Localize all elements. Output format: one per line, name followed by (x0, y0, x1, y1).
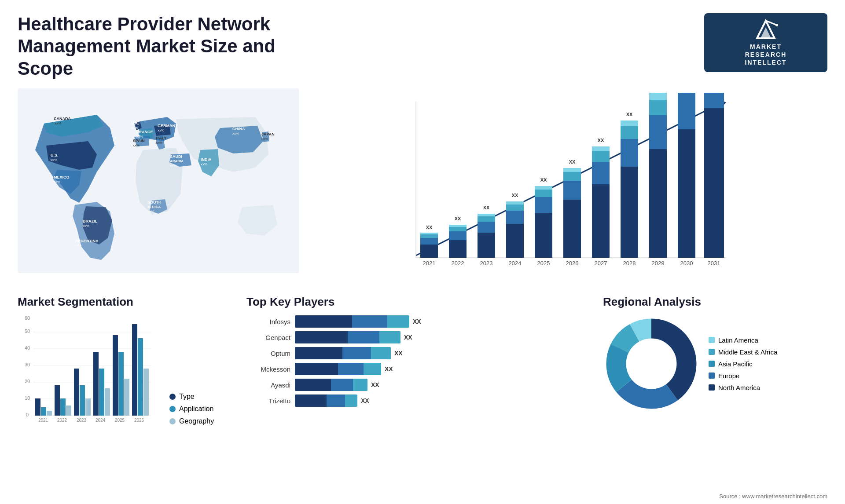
svg-text:2026: 2026 (134, 418, 144, 423)
svg-rect-118 (47, 411, 52, 416)
svg-text:xx%: xx% (201, 162, 207, 166)
bar-seg3 (387, 315, 409, 328)
svg-rect-48 (449, 231, 467, 240)
svg-rect-124 (74, 369, 79, 416)
player-value: XX (371, 381, 379, 388)
svg-text:50: 50 (25, 329, 30, 334)
player-name-mckesson: Mckesson (246, 365, 290, 373)
bar-seg1 (295, 394, 327, 407)
player-bar-optum: XX (295, 347, 581, 359)
page-title: Healthcare Provider Network Management M… (18, 13, 326, 80)
svg-text:XX: XX (426, 225, 433, 230)
svg-rect-49 (449, 227, 467, 231)
player-name-genpact: Genpact (246, 334, 290, 341)
svg-rect-117 (41, 407, 46, 416)
regional-section: Regional Analysis (599, 295, 827, 504)
bar-seg2 (331, 379, 353, 391)
players-chart: Infosys XX Genpact (246, 315, 581, 407)
source-text: Source : www.marketresearchintellect.com (719, 493, 827, 500)
svg-text:2023: 2023 (480, 260, 493, 267)
svg-rect-67 (535, 190, 552, 197)
svg-text:2025: 2025 (537, 260, 550, 267)
asia-pacific-dot (709, 361, 715, 367)
svg-rect-134 (124, 379, 129, 416)
svg-text:U.S.: U.S. (51, 153, 59, 157)
bar-seg3 (353, 379, 367, 391)
svg-rect-62 (506, 201, 524, 205)
svg-text:xx%: xx% (170, 164, 176, 168)
regional-title: Regional Analysis (603, 295, 823, 309)
svg-rect-100 (704, 93, 724, 108)
bar-seg1 (295, 347, 342, 359)
svg-rect-41 (420, 245, 438, 258)
svg-rect-66 (535, 197, 552, 213)
svg-text:U.K.: U.K. (131, 121, 139, 125)
svg-rect-43 (420, 234, 438, 238)
svg-rect-68 (535, 186, 552, 190)
world-map: CANADA xx% U.S. xx% MEXICO xx% BRAZIL xx… (18, 88, 299, 273)
svg-text:ITALY: ITALY (156, 136, 167, 140)
page-container: Healthcare Provider Network Management M… (0, 0, 845, 504)
svg-text:XX: XX (626, 112, 633, 117)
svg-text:xx%: xx% (51, 158, 57, 162)
svg-rect-120 (55, 385, 60, 416)
svg-text:2022: 2022 (57, 418, 67, 423)
svg-text:xx%: xx% (136, 135, 143, 139)
svg-text:2030: 2030 (680, 260, 693, 267)
svg-text:xx%: xx% (54, 180, 60, 184)
legend-europe: Europe (709, 372, 777, 380)
svg-text:10: 10 (25, 395, 30, 401)
svg-text:40: 40 (25, 345, 30, 351)
player-bar-ayasdi: XX (295, 379, 581, 391)
svg-text:xx%: xx% (75, 244, 81, 248)
player-bar-mckesson: XX (295, 363, 581, 375)
segmentation-legend: Type Application Geography (169, 393, 214, 425)
svg-text:XX: XX (540, 177, 547, 183)
player-row-genpact: Genpact XX (246, 331, 581, 343)
player-row-ayasdi: Ayasdi XX (246, 379, 581, 391)
svg-text:SAUDI: SAUDI (170, 154, 182, 159)
svg-text:2023: 2023 (77, 418, 87, 423)
svg-rect-138 (143, 369, 149, 416)
player-value: XX (361, 397, 369, 404)
player-name-ayasdi: Ayasdi (246, 381, 290, 389)
key-players-section: Top Key Players Infosys XX (238, 295, 590, 504)
middle-east-africa-label: Middle East & Africa (718, 348, 777, 356)
svg-text:CANADA: CANADA (54, 117, 71, 121)
legend-item-geography: Geography (169, 417, 214, 425)
svg-rect-95 (678, 129, 695, 258)
svg-rect-125 (80, 385, 85, 416)
svg-rect-55 (478, 216, 495, 222)
svg-rect-54 (478, 222, 495, 233)
regional-legend: Latin America Middle East & Africa Asia … (709, 336, 777, 391)
svg-text:XX: XX (569, 159, 576, 164)
svg-rect-53 (478, 233, 495, 258)
svg-text:xx%: xx% (133, 143, 140, 147)
svg-text:xx%: xx% (158, 128, 164, 132)
svg-rect-78 (592, 162, 610, 184)
svg-text:xx%: xx% (131, 126, 138, 130)
player-bar-infosys: XX (295, 315, 581, 328)
asia-pacific-label: Asia Pacific (718, 360, 753, 368)
svg-rect-133 (118, 352, 124, 416)
svg-rect-73 (563, 172, 581, 181)
svg-rect-61 (506, 205, 524, 211)
svg-text:xx%: xx% (147, 209, 154, 213)
bar-seg2 (338, 363, 364, 375)
svg-rect-89 (649, 149, 667, 258)
svg-rect-92 (649, 93, 667, 100)
svg-rect-96 (678, 93, 695, 129)
type-legend-dot (169, 394, 176, 400)
bar-seg3 (371, 347, 391, 359)
segmentation-chart: 0 10 20 30 40 50 60 (18, 315, 154, 425)
svg-rect-56 (478, 214, 495, 216)
svg-rect-42 (420, 238, 438, 245)
svg-text:xx%: xx% (261, 137, 268, 141)
regional-content: Latin America Middle East & Africa Asia … (603, 315, 823, 412)
svg-rect-80 (592, 146, 610, 151)
bar-seg1 (295, 363, 338, 375)
svg-text:2021: 2021 (38, 418, 48, 423)
player-row-optum: Optum XX (246, 347, 581, 359)
middle-east-africa-dot (709, 349, 715, 355)
logo-area: MARKET RESEARCH INTELLECT (704, 13, 827, 72)
